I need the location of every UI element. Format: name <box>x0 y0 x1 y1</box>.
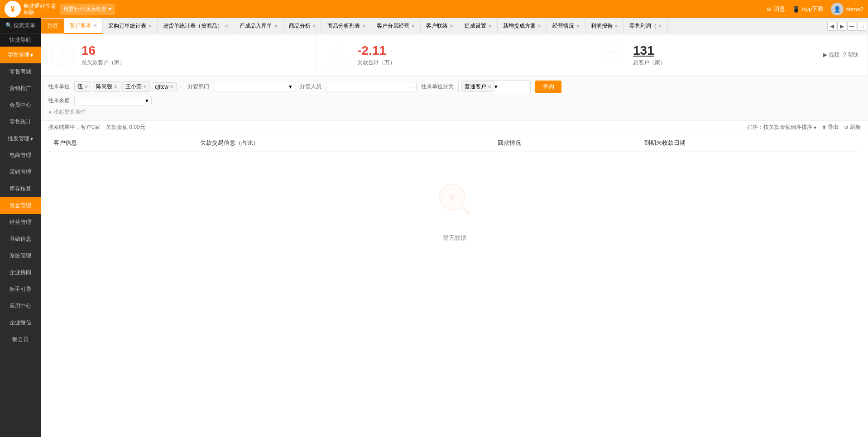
sidebar-item-finance[interactable]: 资金管理 <box>0 197 41 214</box>
page-content: ¥ 16 总欠款客户（家） ✦ <box>41 34 868 437</box>
filter-tag-chen: 陈民强 ✕ <box>93 81 120 92</box>
export-btn[interactable]: ⬆ 导出 <box>822 124 839 131</box>
person-more-btn[interactable]: ··· <box>408 83 413 90</box>
tab-customer-contact[interactable]: 客户联络 ✕ <box>421 19 459 33</box>
close-tab-purchase-stats[interactable]: ✕ <box>148 24 152 28</box>
sidebar-item-retail-stats[interactable]: 零售统计 <box>0 114 41 130</box>
tab-maximize-btn[interactable]: □ <box>857 22 866 31</box>
person-input-field[interactable] <box>329 84 408 90</box>
sidebar-item-retail-mgmt[interactable]: 零售管理 ▾ <box>0 47 41 63</box>
close-tab-incoming-stats[interactable]: ✕ <box>225 24 228 28</box>
sidebar-item-app-center[interactable]: 应用中心 <box>0 298 41 314</box>
tab-minimize-btn[interactable]: — <box>847 22 856 31</box>
result-info: 搜索结果中，客户0家 欠款金额 0.00元 <box>48 124 145 131</box>
sidebar-item-system[interactable]: 系统管理 <box>0 247 41 264</box>
sidebar-item-member-center[interactable]: 会员中心 <box>0 97 41 114</box>
close-tab-improve-settings[interactable]: ✕ <box>488 24 492 28</box>
sort-select[interactable]: 排序：按欠款金额倒序排序 ▾ <box>747 124 816 131</box>
balance-select[interactable]: ▾ <box>74 96 152 105</box>
remove-tag-normal[interactable]: ✕ <box>488 84 491 89</box>
avatar: 👤 <box>831 3 844 15</box>
table-header: 客户信息 欠款交易信息（占比） 回款情况 到期未收款日期 <box>48 134 861 152</box>
sidebar-item-retail-mall[interactable]: 零售商城 <box>0 63 41 80</box>
card-actions: ▶ 视频 ? 帮助 <box>823 51 858 59</box>
help-link[interactable]: ? 帮助 <box>843 51 858 59</box>
tab-ops-situation[interactable]: 经营情况 ✕ <box>547 19 585 33</box>
col-debt-info: 欠款交易信息（占比） <box>195 134 492 152</box>
company-select[interactable]: 母婴行业演示帐套 ▾ <box>60 4 115 15</box>
refresh-btn[interactable]: ↺ 刷新 <box>844 124 861 131</box>
sidebar-item-wechat[interactable]: 企业微信 <box>0 314 41 331</box>
tab-customer-capital[interactable]: 客户账本 ✕ <box>64 18 103 34</box>
filter-tag-wang: 王小亮 ✕ <box>122 81 150 92</box>
close-tab-retail-profit[interactable]: ✕ <box>658 24 662 28</box>
message-link[interactable]: ✉ 消息 <box>767 5 785 13</box>
tab-new-achieve[interactable]: 新增提成方案 ✕ <box>498 19 547 33</box>
sidebar-item-basic-info[interactable]: 基础信息 <box>0 231 41 247</box>
filter-tag-normal-customer: 普通客户 ✕ <box>461 81 494 92</box>
tab-purchase-stats[interactable]: 采购订单统计表 ✕ <box>103 19 158 33</box>
tab-profit-report[interactable]: 利润报告 ✕ <box>585 19 624 33</box>
total-debt-value: -2.11 <box>357 43 395 58</box>
tab-home[interactable]: 首页 <box>41 19 64 33</box>
tab-goods-analysis-list[interactable]: 商品分析列表 ✕ <box>322 19 371 33</box>
close-tab-customer-capital[interactable]: ✕ <box>93 23 97 28</box>
remove-tag-wu[interactable]: ✕ <box>84 84 88 89</box>
person-input[interactable]: ··· <box>326 82 417 91</box>
logo-area: ¥ 畅捷通好生意 标版 <box>5 1 56 17</box>
svg-text:¥: ¥ <box>59 48 66 61</box>
tab-prev-btn[interactable]: ◀ <box>827 22 836 31</box>
dept-input[interactable]: ▾ <box>214 82 295 91</box>
remove-tag-chen[interactable]: ✕ <box>114 84 117 89</box>
tab-improve-settings[interactable]: 提成设置 ✕ <box>459 19 498 33</box>
more-tags-btn[interactable]: ··· <box>178 84 183 90</box>
video-link[interactable]: ▶ 视频 <box>823 51 839 59</box>
tab-next-btn[interactable]: ▶ <box>837 22 846 31</box>
summary-card-total-customers: 131 总客户（家） ▶ 视频 ? 帮助 <box>592 34 868 75</box>
close-tab-product-stock[interactable]: ✕ <box>274 24 278 28</box>
sidebar-item-inventory[interactable]: 库存核算 <box>0 180 41 197</box>
dept-filter-label: 分管部门 <box>187 83 209 90</box>
close-tab-goods-analysis[interactable]: ✕ <box>312 24 316 28</box>
remove-tag-wang[interactable]: ✕ <box>143 84 147 89</box>
close-tab-new-achieve[interactable]: ✕ <box>537 24 541 28</box>
user-menu[interactable]: 👤 demo2 <box>831 3 863 15</box>
unit-cat-input[interactable]: 普通客户 ✕ ▾ <box>458 80 531 93</box>
sidebar-item-ecommerce[interactable]: 电商管理 <box>0 147 41 164</box>
play-icon: ▶ <box>823 52 827 58</box>
query-button[interactable]: 查询 <box>535 81 561 93</box>
sidebar-search[interactable]: 🔍 搜索菜单 <box>0 18 41 33</box>
tab-retail-profit[interactable]: 零售利润（ ✕ <box>624 19 668 33</box>
empty-state: 暂无数据 <box>48 152 861 269</box>
svg-text:✦: ✦ <box>336 52 341 60</box>
close-tab-customer-tier[interactable]: ✕ <box>411 24 415 28</box>
sidebar-item-vip-member[interactable]: 畅会员 <box>0 331 41 348</box>
sidebar-item-purchase[interactable]: 采购管理 <box>0 164 41 180</box>
sidebar-quick-nav[interactable]: 快捷导航 <box>0 33 41 47</box>
total-debt-label: 欠款合计（万） <box>357 59 395 66</box>
sidebar-item-newbie[interactable]: 新手引导 <box>0 281 41 298</box>
sidebar-item-corp-coop[interactable]: 企业协同 <box>0 264 41 281</box>
sidebar-item-marketing[interactable]: 营销推广 <box>0 80 41 97</box>
tab-incoming-stats[interactable]: 进货单统计表（按商品） ✕ <box>158 19 234 33</box>
close-tab-profit-report[interactable]: ✕ <box>614 24 618 28</box>
balance-input-field[interactable] <box>77 98 145 104</box>
app-download-link[interactable]: 📱 App下载 <box>792 5 824 13</box>
remove-tag-cjttcw[interactable]: ✕ <box>170 84 173 89</box>
top-bar-right: ✉ 消息 📱 App下载 👤 demo2 <box>767 3 863 15</box>
close-tab-customer-contact[interactable]: ✕ <box>450 24 453 28</box>
close-tab-ops-situation[interactable]: ✕ <box>576 24 580 28</box>
tab-product-stock[interactable]: 产成品入库单 ✕ <box>234 19 283 33</box>
dept-input-field[interactable] <box>217 84 289 90</box>
collapse-filter-btn[interactable]: ∧ 收起更多条件 <box>48 108 861 116</box>
tab-goods-analysis[interactable]: 商品分析 ✕ <box>283 19 322 33</box>
sidebar-item-ops[interactable]: 经营管理 <box>0 214 41 231</box>
chevron-down-icon: ▾ <box>109 6 111 12</box>
svg-rect-5 <box>609 51 612 54</box>
filter-row-1: 往来单位 伍 ✕ 陈民强 ✕ 王小亮 ✕ <box>48 80 861 93</box>
card-data-debt: -2.11 欠款合计（万） <box>357 43 395 66</box>
card-icon-debt: ✦ <box>326 42 351 67</box>
close-tab-goods-analysis-list[interactable]: ✕ <box>362 24 365 28</box>
sidebar-item-wholesale-mgmt[interactable]: 批发管理 ▾ <box>0 130 41 147</box>
tab-customer-tier[interactable]: 客户分层经营 ✕ <box>371 19 421 33</box>
